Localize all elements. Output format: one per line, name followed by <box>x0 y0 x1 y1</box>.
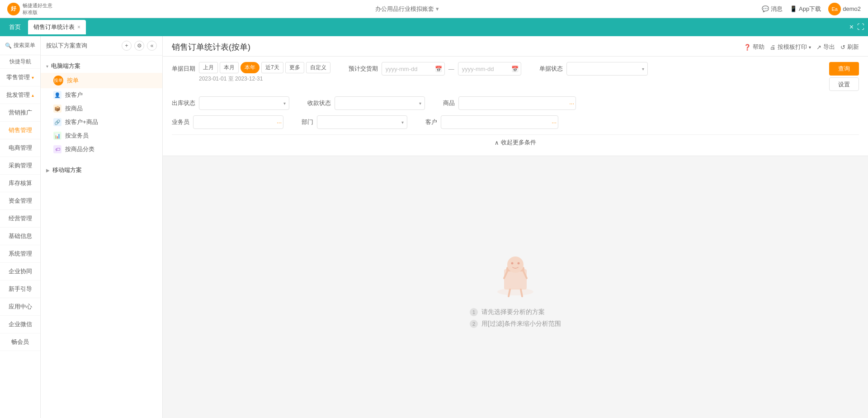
topbar-center[interactable]: 办公用品行业模拟账套 ▾ <box>375 5 439 13</box>
add-scheme-btn[interactable]: + <box>122 41 132 51</box>
page-header: 销售订单统计表(按单) ❓ 帮助 🖨 按模板打印 ▾ ↗ 导出 <box>163 36 868 57</box>
empty-tips: 1 请先选择要分析的方案 2 用[过滤]条件来缩小分析范围 <box>470 308 561 328</box>
department-select[interactable] <box>317 115 407 129</box>
sidebar-item-app-center[interactable]: 应用中心 <box>0 298 40 316</box>
sidebar-item-wholesale[interactable]: 批发管理 ▴ <box>0 86 40 104</box>
tree-child-by-customer-goods[interactable]: 🔗 按客户+商品 <box>41 115 162 129</box>
date-btn-custom[interactable]: 自定义 <box>306 62 330 73</box>
customer-input[interactable] <box>441 115 558 129</box>
app-title-arrow-icon[interactable]: ▾ <box>436 5 439 12</box>
date-buttons-group: 上月 本月 本年 近7天 更多 自定义 <box>199 62 330 73</box>
goods-input-wrap: ··· <box>458 96 576 110</box>
sidebar-search: 🔍 搜索菜单 <box>0 36 40 55</box>
tree-section-mobile: ▶ 移动端方案 <box>41 160 162 180</box>
template-print-btn[interactable]: 🖨 按模板打印 ▾ <box>770 43 811 51</box>
collapse-arrow-icon: ∧ <box>495 139 499 146</box>
expected-date-group: 预计交货期 📅 — 📅 <box>349 62 521 76</box>
date-btn-this-year[interactable]: 本年 <box>241 62 259 73</box>
status-select-wrap: ▾ <box>566 62 648 76</box>
sidebar-item-guide[interactable]: 新手引导 <box>0 280 40 298</box>
department-select-wrap: ▾ <box>317 115 407 129</box>
sidebar-item-member[interactable]: 畅会员 <box>0 333 40 351</box>
salesman-input[interactable] <box>193 115 283 129</box>
tab-close-icon[interactable]: × <box>77 24 80 30</box>
export-icon: ↗ <box>816 44 821 51</box>
tree-child-by-staff[interactable]: 📊 按业务员 <box>41 129 162 142</box>
sidebar-item-wechat[interactable]: 企业微信 <box>0 316 40 333</box>
left-panel-header: 按以下方案查询 + ⚙ « <box>41 36 162 56</box>
payment-status-select[interactable] <box>335 96 425 110</box>
query-btn[interactable]: 查询 <box>829 62 859 76</box>
status-select[interactable] <box>566 62 648 76</box>
left-panel-title: 按以下方案查询 <box>46 42 87 50</box>
calendar-from-icon: 📅 <box>435 66 442 72</box>
ship-status-select[interactable] <box>199 96 289 110</box>
topbar-left: 好 畅捷通好生意 标准版 <box>7 2 52 15</box>
date-btn-last-7[interactable]: 近7天 <box>261 62 283 73</box>
sidebar-item-sales[interactable]: 销售管理 <box>0 122 40 139</box>
scheme-by-category-icon: 🏷 <box>53 145 61 153</box>
sidebar-item-ecommerce[interactable]: 电商管理 <box>0 139 40 157</box>
sidebar-item-retail[interactable]: 零售管理 ▾ <box>0 69 40 86</box>
user-menu[interactable]: Ea demo2 <box>828 3 861 15</box>
tree-child-by-goods[interactable]: 📦 按商品 <box>41 102 162 115</box>
tree-child-by-category[interactable]: 🏷 按商品分类 <box>41 142 162 156</box>
search-menu-btn[interactable]: 🔍 搜索菜单 <box>4 40 37 51</box>
expected-date-label: 预计交货期 <box>349 65 378 73</box>
plus-icon: + <box>125 43 128 49</box>
date-filter-group: 单据日期 上月 本月 本年 近7天 更多 自定义 2023-01-01 至 20… <box>172 62 330 83</box>
logo-area: 好 畅捷通好生意 标准版 <box>7 2 52 15</box>
collapse-panel-btn[interactable]: « <box>147 41 157 51</box>
filter-area: 单据日期 上月 本月 本年 近7天 更多 自定义 2023-01-01 至 20… <box>163 57 868 156</box>
settings-btn[interactable]: 设置 <box>829 77 859 91</box>
collapse-btn[interactable]: ∧ 收起更多条件 <box>495 138 536 147</box>
app-download-btn[interactable]: 📱 App下载 <box>790 5 821 13</box>
window-expand-icon[interactable]: ⛶ <box>857 23 864 31</box>
sidebar-item-finance[interactable]: 资金管理 <box>0 192 40 210</box>
sidebar-item-management[interactable]: 经营管理 <box>0 210 40 228</box>
department-label: 部门 <box>302 118 313 126</box>
wholesale-arrow-icon: ▴ <box>32 93 34 98</box>
refresh-btn[interactable]: ↺ 刷新 <box>840 43 859 51</box>
date-btn-more[interactable]: 更多 <box>285 62 304 73</box>
scheme-by-staff-icon: 📊 <box>53 132 61 140</box>
tip2-num-icon: 2 <box>470 320 478 328</box>
sidebar-item-basic-info[interactable]: 基础信息 <box>0 228 40 245</box>
tab-sales-order-stats[interactable]: 销售订单统计表 × <box>28 20 86 34</box>
sidebar-item-purchase[interactable]: 采购管理 <box>0 157 40 175</box>
filter-row-2: 出库状态 ▾ 收款状态 <box>172 96 859 110</box>
window-close-icon[interactable]: × <box>849 23 854 31</box>
sidebar-item-system[interactable]: 系统管理 <box>0 245 40 263</box>
main-layout: 🔍 搜索菜单 快捷导航 零售管理 ▾ 批发管理 ▴ 营销推广 销售管理 电商管理… <box>0 36 868 418</box>
tree-child-by-customer[interactable]: 👤 按客户 <box>41 88 162 102</box>
date-btn-this-month[interactable]: 本月 <box>220 62 239 73</box>
export-btn[interactable]: ↗ 导出 <box>816 43 835 51</box>
sidebar-shortcut-nav[interactable]: 快捷导航 <box>0 55 40 69</box>
tree-parent-mobile[interactable]: ▶ 移动端方案 <box>41 163 162 177</box>
logo-text: 畅捷通好生意 标准版 <box>23 2 52 15</box>
tree-child-by-order[interactable]: 按单 按单 <box>41 73 162 88</box>
message-btn[interactable]: 💬 消息 <box>762 5 783 13</box>
sidebar-item-marketing[interactable]: 营销推广 <box>0 104 40 122</box>
collapse-bar[interactable]: ∧ 收起更多条件 <box>172 134 859 150</box>
sidebar-item-enterprise[interactable]: 企业协同 <box>0 263 40 280</box>
settings-scheme-btn[interactable]: ⚙ <box>134 41 144 51</box>
message-icon: 💬 <box>762 5 769 12</box>
scheme-by-staff-label: 按业务员 <box>65 132 89 140</box>
empty-tip-1: 1 请先选择要分析的方案 <box>470 308 561 316</box>
customer-more-icon[interactable]: ··· <box>552 119 557 126</box>
tab-home[interactable]: 首页 <box>4 20 26 34</box>
topbar: 好 畅捷通好生意 标准版 办公用品行业模拟账套 ▾ 💬 消息 📱 App下载 E… <box>0 0 868 18</box>
help-btn[interactable]: ❓ 帮助 <box>744 43 764 51</box>
date-btn-last-month[interactable]: 上月 <box>199 62 218 73</box>
sidebar-item-inventory[interactable]: 库存核算 <box>0 175 40 192</box>
goods-more-icon[interactable]: ··· <box>569 100 574 107</box>
salesman-more-icon[interactable]: ··· <box>277 119 282 126</box>
goods-input[interactable] <box>458 96 576 110</box>
svg-point-3 <box>507 256 524 273</box>
date-label: 单据日期 <box>172 62 195 73</box>
tree-expand-arrow-icon: ▾ <box>46 64 48 69</box>
tree-parent-pc[interactable]: ▾ 电脑端方案 <box>41 59 162 73</box>
salesman-filter-group: 业务员 ··· <box>172 115 283 129</box>
date-separator: — <box>448 66 454 72</box>
